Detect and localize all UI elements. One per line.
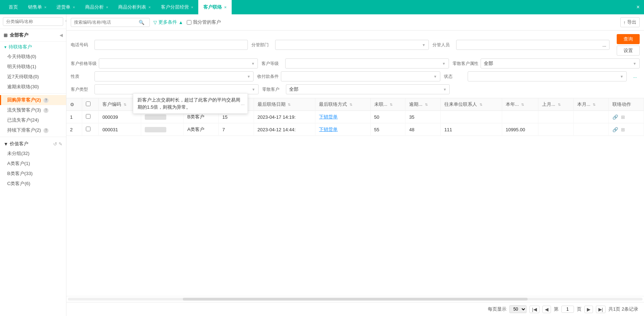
overdue-sort-icon: ⇅	[425, 103, 428, 107]
price-grade-select[interactable]: ▼	[99, 58, 258, 69]
row2-unlisted: 55	[370, 123, 406, 136]
phone-input[interactable]	[94, 40, 248, 50]
query-button[interactable]: 查询	[617, 34, 640, 44]
customer-type-select[interactable]: ▼	[94, 84, 259, 94]
nav-customer-segment[interactable]: 客户分层经营 ×	[156, 0, 198, 14]
row1-method[interactable]: 下销货单	[315, 111, 370, 123]
page-number-input[interactable]	[561, 306, 574, 313]
tooltip-more-icon[interactable]: ...	[241, 100, 245, 107]
sidebar-search-input[interactable]	[3, 17, 63, 26]
branch-dept-select[interactable]: ▼	[275, 40, 428, 50]
col-unit-contact[interactable]: 往来单位联系人 ⇅	[440, 98, 502, 111]
row1-select[interactable]	[86, 114, 91, 119]
nav-sales[interactable]: 销售单 ×	[23, 0, 51, 14]
sidebar-item-class-c[interactable]: C类客户(6)	[0, 179, 66, 189]
sidebar-item-lost[interactable]: 已流失客户(24)	[0, 115, 66, 125]
sidebar-item-class-a[interactable]: A类客户(1)	[0, 159, 66, 169]
row1-checkbox[interactable]	[82, 111, 99, 123]
sidebar-item-repurchase-abnormal[interactable]: 回购异常客户(2) ?	[0, 95, 66, 105]
main-search-icon[interactable]: 🔍	[139, 20, 144, 25]
pending-arrow-icon: ▼	[4, 45, 7, 49]
prev-page-btn[interactable]: ◀	[542, 306, 551, 313]
gender-select[interactable]: ▼	[94, 71, 254, 81]
more-filter-btn[interactable]: ▽ 更多条件 ▲	[153, 19, 183, 25]
col-unlisted[interactable]: 未联... ⇅	[370, 98, 406, 111]
table-settings-icon[interactable]: ⚙	[70, 102, 74, 107]
row1-index: 1	[66, 111, 82, 123]
first-page-btn[interactable]: |◀	[529, 306, 539, 313]
edit-icon[interactable]: ✎	[59, 141, 62, 147]
retail-attr-select[interactable]: 全部 ▼	[481, 58, 640, 69]
row2-select[interactable]	[86, 127, 91, 131]
row1-last-month	[538, 111, 574, 123]
filter-status: 状态 ▼	[444, 71, 627, 81]
nav-home[interactable]: 首页	[4, 0, 23, 14]
row1-overdue: 35	[406, 111, 441, 123]
row2-checkbox[interactable]	[82, 123, 99, 136]
main-search-input[interactable]	[74, 20, 139, 25]
refresh-icon[interactable]: ↺	[53, 141, 57, 147]
row2-link-icon[interactable]: 🔗	[612, 127, 618, 132]
sidebar-item-today[interactable]: 今天待联络(0)	[0, 52, 66, 62]
sidebar-item-lost-risk[interactable]: 流失预警客户(3) ?	[0, 105, 66, 115]
row1-grid-icon[interactable]: ⊞	[621, 114, 625, 120]
col-checkbox[interactable]	[82, 98, 99, 111]
status-select[interactable]: ▼	[468, 71, 627, 81]
customer-grade-select[interactable]: ▼	[285, 58, 449, 69]
value-group-arrow-icon: ▼	[4, 141, 8, 147]
per-page-select[interactable]: 50	[509, 305, 527, 313]
lastmonth-sort-icon: ⇅	[558, 103, 561, 107]
setting-button[interactable]: 设置	[617, 46, 640, 56]
nav-customer-contact-close[interactable]: ×	[224, 5, 226, 9]
col-last-contact-date[interactable]: 最后联络日期 ⇅	[254, 98, 315, 111]
sidebar-item-class-b[interactable]: B类客户(33)	[0, 169, 66, 179]
row1-link-icon[interactable]: 🔗	[612, 114, 618, 120]
retail-customer-select[interactable]: 全部 ▼	[286, 84, 450, 94]
lost-risk-help-icon: ?	[43, 108, 48, 113]
col-current-year[interactable]: 本年... ⇅	[502, 98, 538, 111]
nav-product-list-close[interactable]: ×	[148, 5, 150, 9]
sidebar-item-tomorrow[interactable]: 明天待联络(1)	[0, 62, 66, 72]
nav-product-analysis-list[interactable]: 商品分析列表 ×	[113, 0, 156, 14]
last-page-btn[interactable]: ▶|	[596, 306, 606, 313]
next-page-btn[interactable]: ▶	[584, 306, 593, 313]
scrollbar-thumb[interactable]	[183, 298, 528, 301]
my-customer-checkbox[interactable]	[187, 20, 191, 25]
col-last-contact-method[interactable]: 最后联络方式 ⇅	[315, 98, 370, 111]
export-button[interactable]: ↑ 导出	[620, 17, 640, 27]
filter-row-4: 客户类型 ▼ 零散客户 全部 ▼	[71, 84, 640, 94]
nav-sales-close[interactable]: ×	[44, 5, 46, 9]
gender-arrow: ▼	[247, 75, 250, 79]
col-overdue[interactable]: 逾期... ⇅	[406, 98, 441, 111]
sidebar-item-7days[interactable]: 近7天待联络(0)	[0, 72, 66, 82]
payment-select[interactable]: ▼	[281, 71, 440, 81]
nav-product-analysis[interactable]: 商品分析 ×	[80, 0, 113, 14]
row2-grid-icon[interactable]: ⊞	[621, 127, 625, 132]
sidebar-item-continuous-down[interactable]: 持续下滑客户(2) ?	[0, 125, 66, 135]
nav-customer-segment-close[interactable]: ×	[191, 5, 193, 9]
select-all-checkbox[interactable]	[86, 102, 91, 106]
sidebar-collapse-icon[interactable]: ◀	[60, 33, 62, 38]
export-icon: ↑	[624, 20, 626, 25]
more-options-icon[interactable]: ...	[602, 42, 606, 48]
horizontal-scrollbar[interactable]	[66, 296, 644, 302]
tooltip-box: 距客户上次交易时长，超过了此客户的平均交易周期的1.5倍，则视为异常。 ...	[133, 93, 248, 114]
nav-customer-contact[interactable]: 客户联络 ×	[198, 0, 231, 14]
filter-btn-group: 查询 设置	[617, 34, 640, 56]
nav-purchase[interactable]: 进货单 ×	[51, 0, 80, 14]
unit-sort-icon: ⇅	[479, 103, 482, 107]
col-last-month[interactable]: 上月... ⇅	[538, 98, 574, 111]
filter-retail-customer: 零散客户 全部 ▼	[262, 84, 450, 94]
more-conditions-btn[interactable]: ...	[630, 74, 640, 79]
sidebar-item-ungroup[interactable]: 未分组(32)	[0, 148, 66, 159]
col-current-month[interactable]: 本月... ⇅	[573, 98, 608, 111]
branch-person-select[interactable]: ...	[456, 40, 610, 50]
col-settings[interactable]: ⚙	[66, 98, 82, 111]
window-close-button[interactable]: ×	[636, 4, 640, 10]
sidebar-value-group-header: ▼ 价值客户 ↺ ✎	[0, 138, 66, 148]
row2-method[interactable]: 下销货单	[315, 123, 370, 136]
nav-product-analysis-close[interactable]: ×	[106, 5, 108, 9]
sidebar-item-overdue[interactable]: 逾期未联络(30)	[0, 82, 66, 92]
table-area: ⚙ 客户编码 ⇅ 客户名称 ⇅	[66, 98, 644, 296]
nav-purchase-close[interactable]: ×	[73, 5, 75, 9]
